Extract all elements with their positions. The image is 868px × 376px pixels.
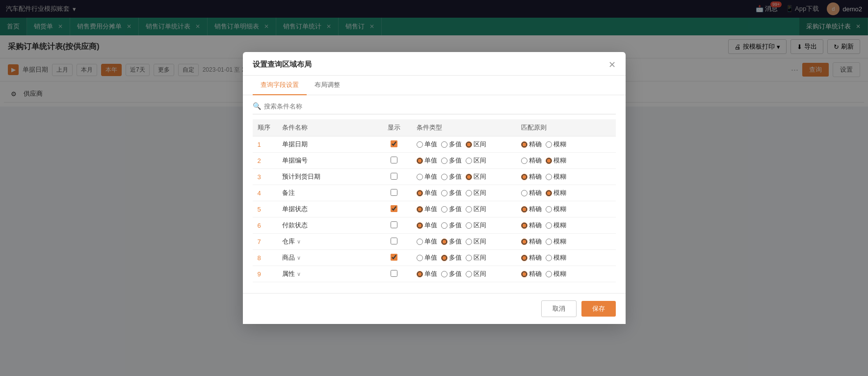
tab-query-field-settings[interactable]: 查询字段设置 xyxy=(253,76,307,95)
dialog-title: 设置查询区域布局 xyxy=(253,60,312,69)
dialog-tabs: 查询字段设置 布局调整 xyxy=(243,76,626,95)
tab-layout-adjust[interactable]: 布局调整 xyxy=(307,76,348,95)
dialog-header: 设置查询区域布局 ✕ xyxy=(243,52,626,76)
settings-dialog: 设置查询区域布局 ✕ 查询字段设置 布局调整 🔍 顺序 条件名称 xyxy=(243,52,626,107)
search-bar: 🔍 xyxy=(253,102,616,107)
search-icon: 🔍 xyxy=(253,102,261,107)
modal-overlay: 设置查询区域布局 ✕ 查询字段设置 布局调整 🔍 顺序 条件名称 xyxy=(0,0,868,107)
search-input[interactable] xyxy=(264,103,616,107)
dialog-close-btn[interactable]: ✕ xyxy=(608,60,616,69)
dialog-body: 🔍 顺序 条件名称 显示 条件类型 匹配原则 xyxy=(243,95,626,107)
